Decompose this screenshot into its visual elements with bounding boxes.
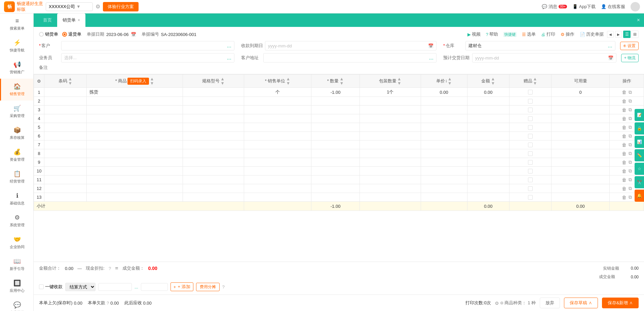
row-unit[interactable]: 个 — [244, 88, 311, 97]
float-btn-3[interactable]: 📊 — [635, 136, 644, 148]
row-unit[interactable] — [244, 184, 311, 193]
help-btn[interactable]: ? 帮助 — [484, 30, 500, 38]
row-pack-qty[interactable] — [360, 114, 421, 123]
row-unit[interactable] — [244, 114, 311, 123]
sidebar-item-finance[interactable]: 💰 资金管理 — [0, 144, 33, 166]
row-spec[interactable] — [183, 123, 244, 132]
float-btn-7[interactable]: 🔔 — [635, 190, 644, 202]
row-barcode[interactable] — [44, 88, 86, 97]
row-spec[interactable] — [183, 141, 244, 149]
trial-btn[interactable]: 体验行业方案 — [103, 2, 139, 11]
row-gift[interactable] — [509, 97, 551, 106]
settings-gear-icon[interactable]: ⚙ — [96, 3, 100, 10]
online-service-btn[interactable]: 👤 在线客服 — [601, 4, 625, 10]
company-select[interactable]: XXXXXX公司 ▼ — [46, 2, 93, 11]
row-pack-qty[interactable] — [360, 123, 421, 132]
delete-icon[interactable]: 🗑 — [622, 195, 627, 200]
sidebar-item-operations[interactable]: 📋 经营管理 — [0, 166, 33, 188]
row-unit[interactable] — [244, 132, 311, 141]
row-qty[interactable] — [311, 114, 360, 123]
row-spec[interactable] — [183, 106, 244, 114]
row-spec[interactable] — [183, 132, 244, 141]
row-pack-qty[interactable] — [360, 132, 421, 141]
delete-icon[interactable]: 🗑 — [622, 133, 627, 139]
delete-icon[interactable]: 🗑 — [622, 177, 627, 183]
row-barcode[interactable] — [44, 149, 86, 158]
customer-addr-input[interactable]: ... — [263, 53, 437, 63]
view-list-btn[interactable]: ☰ — [623, 31, 631, 38]
row-barcode[interactable] — [44, 158, 86, 167]
row-qty[interactable] — [311, 193, 360, 202]
row-price[interactable] — [421, 97, 467, 106]
row-gift[interactable] — [509, 167, 551, 176]
row-price[interactable] — [421, 149, 467, 158]
float-btn-2[interactable]: 🔒 — [635, 122, 644, 134]
row-gift[interactable] — [509, 106, 551, 114]
row-unit[interactable] — [244, 176, 311, 184]
row-price[interactable] — [421, 184, 467, 193]
row-spec[interactable] — [183, 88, 244, 97]
sidebar-item-inventory[interactable]: 📦 库存核算 — [0, 122, 33, 144]
row-qty[interactable]: -1.00 — [311, 88, 360, 97]
addr-dots-icon[interactable]: ... — [429, 55, 433, 61]
row-spec[interactable] — [183, 184, 244, 193]
delivery-calendar-icon[interactable]: 📅 — [608, 55, 613, 61]
row-amount[interactable] — [467, 132, 509, 141]
row-barcode[interactable] — [44, 176, 86, 184]
row-gift[interactable] — [509, 149, 551, 158]
due-date-input[interactable]: yyyy-mm-dd 📅 — [265, 41, 437, 50]
row-price[interactable] — [421, 176, 467, 184]
row-barcode[interactable] — [44, 132, 86, 141]
copy-icon[interactable]: ⧉ — [629, 151, 632, 156]
row-amount[interactable] — [467, 184, 509, 193]
salesman-dots-icon[interactable]: ... — [227, 55, 231, 61]
due-date-calendar-icon[interactable]: 📅 — [428, 43, 433, 48]
row-amount[interactable] — [467, 106, 509, 114]
row-qty[interactable] — [311, 158, 360, 167]
row-amount[interactable] — [467, 141, 509, 149]
copy-icon[interactable]: ⧉ — [629, 116, 632, 121]
row-price[interactable] — [421, 193, 467, 202]
row-spec[interactable] — [183, 149, 244, 158]
row-qty[interactable] — [311, 106, 360, 114]
table-settings-icon[interactable]: ⚙ — [37, 79, 41, 84]
choose-btn[interactable]: ☰ 选单 — [520, 30, 538, 38]
row-spec[interactable] — [183, 193, 244, 202]
row-barcode[interactable] — [44, 193, 86, 202]
row-product[interactable] — [86, 193, 183, 202]
copy-icon[interactable]: ⧉ — [629, 194, 632, 200]
view-grid-btn[interactable]: ⊞ — [631, 31, 639, 38]
row-unit[interactable] — [244, 106, 311, 114]
copy-icon[interactable]: ⧉ — [629, 186, 632, 191]
sidebar-item-marketing[interactable]: 📢 营销推广 — [0, 57, 33, 79]
row-unit[interactable] — [244, 193, 311, 202]
copy-icon[interactable]: ⧉ — [629, 142, 632, 148]
row-qty[interactable] — [311, 176, 360, 184]
sidebar-item-guide[interactable]: 📖 新手引导 — [0, 254, 33, 275]
row-amount[interactable] — [467, 176, 509, 184]
warehouse-input[interactable]: 建材仓 ... — [465, 41, 615, 50]
row-product[interactable] — [86, 97, 183, 106]
row-pack-qty[interactable] — [360, 97, 421, 106]
col-settings-header[interactable]: ⚙ — [34, 75, 44, 88]
delete-icon[interactable]: 🗑 — [622, 142, 627, 148]
copy-icon[interactable]: ⧉ — [629, 159, 632, 165]
copy-icon[interactable]: ⧉ — [629, 89, 632, 95]
delete-icon[interactable]: 🗑 — [622, 107, 627, 113]
payment-amount-input[interactable] — [141, 283, 168, 291]
row-price[interactable]: 0.00 — [421, 88, 467, 97]
copy-icon[interactable]: ⧉ — [629, 177, 632, 183]
row-pack-qty[interactable] — [360, 106, 421, 114]
row-qty[interactable] — [311, 149, 360, 158]
salesman-input[interactable]: 选择... ... — [61, 53, 234, 63]
row-unit[interactable] — [244, 149, 311, 158]
row-price[interactable] — [421, 167, 467, 176]
discard-btn[interactable]: 放弃 — [540, 298, 560, 308]
row-product[interactable] — [86, 167, 183, 176]
row-product[interactable] — [86, 176, 183, 184]
float-btn-1[interactable]: 📝 — [635, 109, 644, 121]
row-product[interactable] — [86, 149, 183, 158]
sidebar-item-sales[interactable]: 🏠 销售管理 — [0, 79, 33, 101]
print-btn[interactable]: 🖨 打印 — [539, 30, 557, 38]
customer-dots-icon[interactable]: ... — [227, 43, 231, 49]
